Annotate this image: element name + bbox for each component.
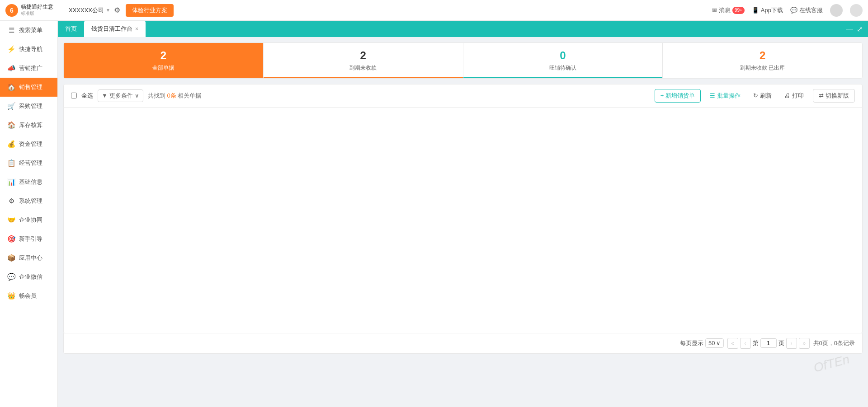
refresh-btn[interactable]: ↻ 刷新	[750, 90, 775, 102]
sidebar-item-system[interactable]: ⚙ 系统管理	[0, 192, 57, 211]
select-all-label: 全选	[81, 92, 93, 100]
operations-icon: 📋	[7, 159, 15, 167]
main-content: 2 全部单据 2 到期未收款 0 旺铺待确认 2 到期未收款 已出库 全选 ▼ …	[58, 37, 868, 407]
sidebar-item-purchase[interactable]: 🛒 采购管理	[0, 97, 57, 116]
sidebar-item-marketing[interactable]: 📣 营销推广	[0, 59, 57, 78]
sidebar-item-label-wechat: 企业微信	[19, 273, 42, 281]
sidebar-item-label-member: 畅会员	[19, 292, 37, 300]
page-first-btn[interactable]: «	[727, 338, 738, 349]
company-selector[interactable]: XXXXXX公司 ▼	[69, 6, 110, 14]
trial-button[interactable]: 体验行业方案	[126, 4, 174, 17]
system-icon: ⚙	[7, 197, 15, 205]
toolbar-left: 全选 ▼ 更多条件 ∨ 共找到 0条 相关单据	[71, 89, 649, 102]
sidebar-item-app-center[interactable]: 📦 应用中心	[0, 248, 57, 267]
inventory-icon: 🏠	[7, 121, 15, 129]
tab-close-icon[interactable]: ×	[135, 26, 138, 32]
sidebar-item-sales[interactable]: 🏠 销售管理	[0, 78, 57, 97]
toolbar: 全选 ▼ 更多条件 ∨ 共找到 0条 相关单据 + 新增销货单 ☰ 批量操作 ↻	[63, 84, 863, 108]
sidebar-item-search-menu[interactable]: ☰ 搜索菜单	[0, 21, 57, 40]
sidebar-item-member[interactable]: 👑 畅会员	[0, 286, 57, 305]
filter-chevron-icon: ∨	[135, 92, 139, 99]
select-all-checkbox[interactable]	[71, 93, 77, 98]
tab-home[interactable]: 首页	[58, 21, 84, 37]
page-prev-btn[interactable]: ‹	[740, 338, 751, 349]
stat-card-wangpu[interactable]: 0 旺铺待确认	[463, 43, 663, 78]
sidebar-item-finance[interactable]: 💰 资金管理	[0, 135, 57, 154]
sidebar-item-label-quick-nav: 快捷导航	[19, 45, 42, 53]
page-size-box[interactable]: 50 ∨	[705, 338, 723, 348]
message-icon: ✉	[712, 7, 717, 14]
company-name: XXXXXX公司	[69, 6, 104, 14]
new-btn-label: + 新增销货单	[660, 92, 695, 100]
switch-icon: ⇄	[819, 92, 824, 99]
pagination-bar: 每页显示 50 ∨ « ‹ 第 页 › » 共0页，0条记录	[63, 333, 863, 354]
settings-icon[interactable]: ⚙	[114, 6, 120, 14]
new-sales-order-button[interactable]: + 新增销货单	[655, 89, 701, 103]
sidebar-item-cooperation[interactable]: 🤝 企业协同	[0, 211, 57, 229]
page-number-input[interactable]	[760, 338, 777, 348]
message-label: 消息	[719, 6, 731, 14]
sidebar-item-guide[interactable]: 🎯 新手引导	[0, 229, 57, 248]
stat-label-overdue: 到期未收款	[273, 64, 454, 72]
stat-underline-overdue	[264, 77, 463, 78]
app-name: 畅捷通好生意	[21, 4, 53, 11]
page-size-selector: 每页显示 50 ∨	[680, 338, 723, 348]
stat-label-overdue-out: 到期未收款 已出库	[672, 64, 853, 72]
found-prefix: 共找到	[148, 92, 165, 99]
avatar[interactable]	[830, 4, 843, 17]
service-icon: 💬	[790, 7, 797, 14]
page-last-btn[interactable]: »	[799, 338, 810, 349]
page-next-btn[interactable]: ›	[786, 338, 797, 349]
switch-version-btn[interactable]: ⇄ 切换新版	[813, 89, 855, 103]
stat-num-overdue-out: 2	[672, 49, 853, 62]
print-btn[interactable]: 🖨 打印	[781, 90, 807, 102]
sidebar-item-label-inventory: 库存核算	[19, 121, 42, 129]
print-label: 打印	[792, 92, 804, 100]
finance-icon: 💰	[7, 140, 15, 148]
stat-card-overdue-out[interactable]: 2 到期未收款 已出库	[663, 43, 862, 78]
switch-label: 切换新版	[826, 92, 849, 100]
sidebar-item-label-system: 系统管理	[19, 197, 42, 205]
stat-num-all: 2	[73, 49, 254, 62]
page-size-value: 50	[708, 340, 715, 346]
user-name-area[interactable]	[850, 4, 863, 17]
stat-card-overdue[interactable]: 2 到期未收款	[264, 43, 463, 78]
tab-minimize-icon[interactable]: —	[846, 25, 853, 33]
sidebar-item-wechat[interactable]: 💬 企业微信	[0, 267, 57, 286]
app-version: 标准版	[21, 10, 53, 17]
logo-area: 6 畅捷通好生意 标准版	[5, 4, 63, 17]
stat-label-all: 全部单据	[73, 64, 254, 72]
found-text: 共找到 0条 相关单据	[148, 92, 201, 100]
stat-card-all[interactable]: 2 全部单据	[64, 43, 264, 78]
sidebar-item-label-marketing: 营销推广	[19, 64, 42, 72]
sidebar-item-label-sales: 销售管理	[19, 83, 42, 91]
page-nav: « ‹ 第 页 › »	[727, 338, 810, 349]
top-header: 6 畅捷通好生意 标准版 XXXXXX公司 ▼ ⚙ 体验行业方案 ✉ 消息 99…	[0, 0, 868, 21]
wechat-icon: 💬	[7, 273, 15, 281]
sidebar-item-base-info[interactable]: 📊 基础信息	[0, 173, 57, 192]
cooperation-icon: 🤝	[7, 216, 15, 224]
marketing-icon: 📣	[7, 64, 15, 72]
sidebar-item-quick-nav[interactable]: ⚡ 快捷导航	[0, 40, 57, 59]
toolbar-right: + 新增销货单 ☰ 批量操作 ↻ 刷新 🖨 打印 ⇄ 切换新版	[655, 89, 855, 103]
found-suffix: 相关单据	[178, 92, 201, 99]
sales-icon: 🏠	[7, 83, 15, 91]
chevron-down-icon: ▼	[106, 8, 110, 13]
app-download-btn[interactable]: 📱 App下载	[752, 6, 783, 14]
batch-operation-btn[interactable]: ☰ 批量操作	[706, 90, 744, 102]
page-size-chevron-icon: ∨	[716, 340, 721, 346]
tab-expand-icon[interactable]: ⤢	[857, 25, 863, 33]
sidebar-item-label-cooperation: 企业协同	[19, 216, 42, 224]
header-right: ✉ 消息 99+ 📱 App下载 💬 在线客服	[712, 4, 863, 17]
sidebar-item-label-guide: 新手引导	[19, 235, 42, 243]
sidebar-item-inventory[interactable]: 🏠 库存核算	[0, 116, 57, 135]
stat-num-wangpu: 0	[472, 49, 654, 62]
online-service-btn[interactable]: 💬 在线客服	[790, 6, 823, 14]
message-btn[interactable]: ✉ 消息 99+	[712, 6, 745, 14]
sidebar-item-operations[interactable]: 📋 经营管理	[0, 154, 57, 173]
filter-icon: ▼	[102, 92, 108, 99]
filter-button[interactable]: ▼ 更多条件 ∨	[98, 89, 143, 102]
search-menu-icon: ☰	[7, 26, 15, 34]
tab-cash-daily[interactable]: 钱货日清工作台 ×	[84, 21, 146, 37]
sidebar-item-label-base-info: 基础信息	[19, 178, 42, 186]
